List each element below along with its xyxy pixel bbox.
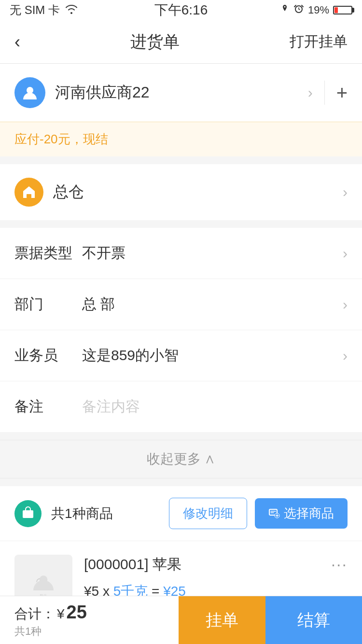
product-info: [0000001] 苹果 ¥5 x 5千克 = ¥25: [84, 555, 331, 601]
dept-value: 总 部: [77, 294, 343, 314]
battery-percentage: 19%: [308, 4, 329, 16]
svg-point-1: [27, 87, 33, 94]
ticket-type-label: 票据类型: [14, 243, 77, 263]
ticket-type-row[interactable]: 票据类型 不开票 ›: [0, 228, 362, 279]
supplier-row[interactable]: 河南供应商22 › +: [0, 64, 362, 122]
svg-rect-2: [27, 194, 31, 198]
warehouse-icon: [14, 178, 43, 207]
hang-order-button[interactable]: 挂单: [179, 596, 265, 644]
checkout-button[interactable]: 结算: [265, 596, 362, 644]
dept-row[interactable]: 部门 总 部 ›: [0, 279, 362, 330]
sales-value: 这是859的小智: [77, 346, 343, 365]
select-product-label: 选择商品: [284, 505, 334, 522]
sales-label: 业务员: [14, 346, 77, 365]
footer-total: 合计： ¥ 25 共1种: [0, 596, 179, 644]
warehouse-chevron-icon: ›: [343, 184, 348, 200]
product-count-text: 共1种商品: [51, 504, 169, 523]
add-supplier-button[interactable]: +: [336, 82, 348, 104]
status-bar: 无 SIM 卡 下午6:16 19%: [0, 0, 362, 20]
remark-row[interactable]: 备注 备注内容: [0, 381, 362, 432]
total-unit: ¥: [57, 606, 65, 622]
product-code: [0000001] 苹果: [84, 556, 181, 572]
product-more-button[interactable]: ···: [331, 555, 348, 574]
supplier-chevron-icon: ›: [308, 84, 313, 101]
vertical-divider: [324, 81, 325, 105]
total-amount: 25: [67, 602, 87, 623]
supplier-avatar: [14, 77, 45, 108]
main-content: 河南供应商22 › + 应付-20元，现结 总仓 › 票据类型 不开票: [0, 64, 362, 626]
supplier-name: 河南供应商22: [55, 82, 308, 103]
back-button[interactable]: ‹: [14, 32, 20, 52]
sales-row[interactable]: 业务员 这是859的小智 ›: [0, 330, 362, 381]
collapse-bar[interactable]: 收起更多 ∧: [0, 440, 362, 478]
remark-input[interactable]: 备注内容: [77, 397, 348, 417]
battery-icon: [333, 6, 352, 14]
location-icon: [280, 4, 290, 16]
nav-bar: ‹ 进货单 打开挂单: [0, 20, 362, 64]
ticket-type-chevron-icon: ›: [343, 245, 348, 262]
warehouse-section: 总仓 ›: [0, 164, 362, 220]
remark-label: 备注: [14, 397, 77, 417]
total-label: 合计：: [14, 605, 55, 623]
warehouse-row[interactable]: 总仓 ›: [0, 164, 362, 220]
supplier-notice: 应付-20元，现结: [0, 122, 362, 156]
product-count-icon: [14, 500, 42, 527]
ticket-type-value: 不开票: [77, 243, 343, 263]
select-product-button[interactable]: 选择商品: [255, 498, 348, 529]
total-count: 共1种: [14, 624, 164, 639]
footer: 合计： ¥ 25 共1种 挂单 结算: [0, 596, 362, 644]
dept-chevron-icon: ›: [343, 296, 348, 313]
dept-label: 部门: [14, 294, 77, 314]
wifi-icon: [65, 3, 78, 17]
form-section: 票据类型 不开票 › 部门 总 部 › 业务员 这是859的小智 › 备注 备注…: [0, 228, 362, 432]
svg-rect-3: [23, 510, 33, 518]
carrier-text: 无 SIM 卡: [10, 2, 60, 18]
open-pending-button[interactable]: 打开挂单: [290, 32, 348, 52]
alarm-icon: [293, 3, 304, 17]
supplier-section: 河南供应商22 › + 应付-20元，现结: [0, 64, 362, 156]
product-header: 共1种商品 修改明细 选择商品: [0, 486, 362, 541]
warehouse-name: 总仓: [53, 182, 343, 203]
modify-detail-button[interactable]: 修改明细: [169, 498, 247, 529]
supplier-actions: › +: [308, 81, 348, 105]
nav-title: 进货单: [130, 31, 180, 53]
status-time: 下午6:16: [154, 1, 208, 19]
sales-chevron-icon: ›: [343, 348, 348, 364]
product-name: [0000001] 苹果: [84, 555, 331, 574]
collapse-label: 收起更多 ∧: [147, 450, 216, 468]
